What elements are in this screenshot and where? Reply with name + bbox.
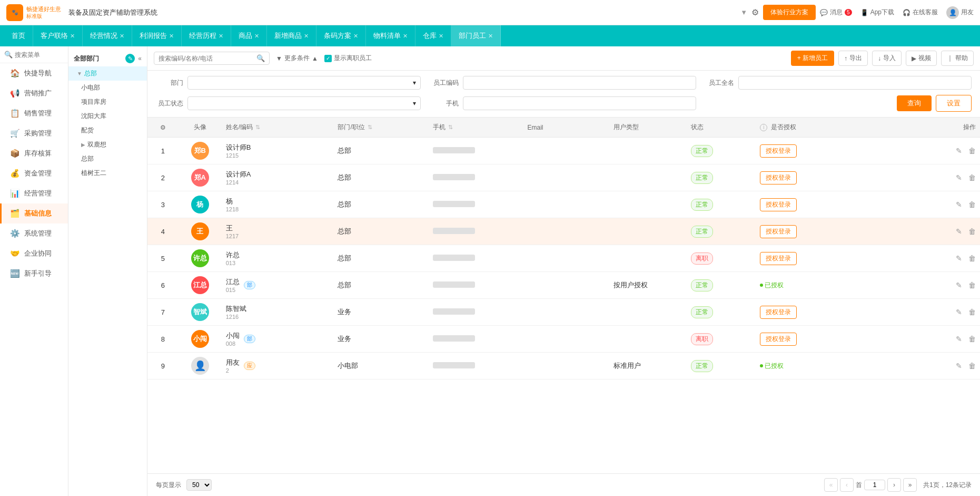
nav-tab-客户联络[interactable]: 客户联络✕ [33, 25, 83, 46]
nav-tab-经营历程[interactable]: 经营历程✕ [182, 25, 231, 46]
trial-button[interactable]: 体验行业方案 [763, 5, 816, 20]
online-service-button[interactable]: 🎧 在线客服 [903, 8, 938, 17]
sidebar-item-basic[interactable]: 🗂️ 基础信息 [0, 203, 68, 223]
delete-button[interactable]: 🗑 [968, 335, 976, 343]
chevron-down-icon[interactable]: ▼ [740, 8, 747, 16]
query-button[interactable]: 查询 [897, 95, 932, 111]
sidebar-item-marketing[interactable]: 📢 营销推广 [0, 83, 68, 103]
close-tab-icon[interactable]: ✕ [254, 33, 259, 40]
search-input[interactable] [15, 51, 64, 59]
sort-icon-name[interactable]: ⇅ [255, 124, 260, 130]
last-page-button[interactable]: » [903, 478, 917, 492]
nav-tab-首页[interactable]: 首页 [4, 25, 33, 46]
auth-button[interactable]: 授权登录 [760, 333, 797, 346]
app-download-button[interactable]: 📱 App下载 [860, 8, 894, 17]
sidebar-item-finance[interactable]: 💰 资金管理 [0, 163, 68, 183]
edit-button[interactable]: ✎ [956, 173, 962, 182]
col-dept-header[interactable]: 部门/职位 ⇅ [333, 118, 428, 138]
nav-tab-经营情况[interactable]: 经营情况✕ [83, 25, 132, 46]
dept-tree-item[interactable]: 小电部 [68, 81, 147, 95]
phone-input[interactable] [463, 96, 696, 110]
auth-button[interactable]: 授权登录 [760, 225, 797, 238]
edit-button[interactable]: ✎ [956, 281, 962, 289]
info-icon[interactable]: i [760, 124, 767, 131]
col-settings-header[interactable]: ⚙ [147, 118, 179, 138]
export-button[interactable]: ↑ 导出 [838, 51, 868, 66]
sidebar-item-purchase[interactable]: 🛒 采购管理 [0, 123, 68, 143]
nav-tab-物料清单[interactable]: 物料清单✕ [366, 25, 415, 46]
delete-button[interactable]: 🗑 [968, 254, 976, 262]
close-tab-icon[interactable]: ✕ [403, 33, 408, 40]
close-tab-icon[interactable]: ✕ [488, 33, 493, 40]
dept-collapse-button[interactable]: « [138, 55, 142, 62]
nav-tab-仓库[interactable]: 仓库✕ [415, 25, 451, 46]
dept-tree-item[interactable]: ▶双鹿想 [68, 138, 147, 152]
edit-button[interactable]: ✎ [956, 254, 962, 262]
close-tab-icon[interactable]: ✕ [353, 33, 358, 40]
delete-button[interactable]: 🗑 [968, 173, 976, 182]
edit-button[interactable]: ✎ [956, 335, 962, 343]
dept-edit-button[interactable]: ✎ [125, 54, 135, 63]
show-resigned-toggle[interactable]: ✓ 显示离职员工 [324, 54, 372, 63]
gear-icon[interactable]: ⚙ [751, 7, 759, 17]
close-tab-icon[interactable]: ✕ [120, 33, 124, 40]
emp-name-input[interactable] [738, 76, 972, 90]
nav-tab-条码方案[interactable]: 条码方案✕ [316, 25, 366, 46]
nav-tab-部门员工[interactable]: 部门员工✕ [451, 25, 501, 46]
close-tab-icon[interactable]: ✕ [169, 33, 174, 40]
nav-tab-商品[interactable]: 商品✕ [231, 25, 267, 46]
first-page-button[interactable]: « [824, 478, 838, 492]
dept-filter-select[interactable]: ▾ [187, 76, 421, 90]
close-tab-icon[interactable]: ✕ [439, 33, 443, 40]
sidebar-item-sales[interactable]: 📋 销售管理 [0, 103, 68, 123]
sort-icon-dept[interactable]: ⇅ [368, 124, 372, 130]
prev-page-button[interactable]: ‹ [840, 478, 854, 492]
video-button[interactable]: ▶ 视频 [906, 51, 937, 66]
close-tab-icon[interactable]: ✕ [304, 33, 309, 40]
nav-tab-利润报告[interactable]: 利润报告✕ [132, 25, 182, 46]
page-size-select[interactable]: 50 [186, 479, 212, 491]
user-avatar[interactable]: 👤 用友 [946, 6, 974, 19]
more-filter-button[interactable]: ▼ 更多条件 ▲ [276, 54, 318, 63]
import-button[interactable]: ↓ 导入 [872, 51, 902, 66]
sidebar-item-quick-nav[interactable]: 🏠 快捷导航 [0, 63, 68, 83]
edit-button[interactable]: ✎ [956, 308, 962, 316]
sort-icon-phone[interactable]: ⇅ [448, 124, 453, 130]
close-tab-icon[interactable]: ✕ [219, 33, 223, 40]
sidebar-item-operation[interactable]: 📊 经营管理 [0, 183, 68, 203]
edit-button[interactable]: ✎ [956, 227, 962, 236]
col-phone-header[interactable]: 手机 ⇅ [429, 118, 523, 138]
next-page-button[interactable]: › [887, 478, 901, 492]
add-employee-button[interactable]: + 新增员工 [791, 51, 834, 66]
message-button[interactable]: 💬 消息 5 [820, 8, 852, 17]
dept-tree-item[interactable]: 总部 [68, 152, 147, 166]
dept-tree-item[interactable]: 沈阳大库 [68, 109, 147, 123]
emp-code-input[interactable] [463, 76, 696, 90]
set-button[interactable]: 设置 [936, 95, 972, 112]
dept-tree-item[interactable]: 植树王二 [68, 166, 147, 180]
sidebar-item-guide[interactable]: 🆕 新手引导 [0, 264, 68, 284]
col-name-header[interactable]: 姓名/编码 ⇅ [222, 118, 334, 138]
delete-button[interactable]: 🗑 [968, 227, 976, 236]
delete-button[interactable]: 🗑 [968, 308, 976, 316]
employee-search-input[interactable] [159, 55, 253, 62]
nav-tab-新增商品[interactable]: 新增商品✕ [267, 25, 316, 46]
dept-tree-item[interactable]: 配货 [68, 123, 147, 138]
emp-status-select[interactable]: ▾ [187, 96, 421, 110]
close-tab-icon[interactable]: ✕ [70, 33, 75, 40]
auth-button[interactable]: 授权登录 [760, 198, 797, 211]
auth-button[interactable]: 授权登录 [760, 171, 797, 184]
edit-button[interactable]: ✎ [956, 362, 962, 370]
auth-button[interactable]: 授权登录 [760, 306, 797, 319]
page-input[interactable] [864, 480, 885, 490]
edit-button[interactable]: ✎ [956, 200, 962, 209]
dept-tree-item[interactable]: 项目库房 [68, 95, 147, 109]
sidebar-item-system[interactable]: ⚙️ 系统管理 [0, 223, 68, 244]
delete-button[interactable]: 🗑 [968, 200, 976, 209]
help-button[interactable]: ｜ 帮助 [941, 51, 974, 66]
sidebar-item-corp[interactable]: 🤝 企业协同 [0, 244, 68, 264]
delete-button[interactable]: 🗑 [968, 147, 976, 155]
auth-button[interactable]: 授权登录 [760, 252, 797, 265]
auth-button[interactable]: 授权登录 [760, 144, 797, 158]
edit-button[interactable]: ✎ [956, 147, 962, 155]
